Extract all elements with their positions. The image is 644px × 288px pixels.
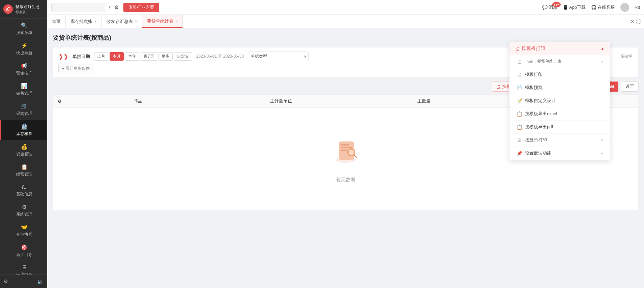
page-content: 要货单统计表(按商品) ❯❯ 单据日期 上月 本月 本年 近7天 更多 自定义 … <box>47 28 644 288</box>
sidebar-label-2: 营销推广 <box>16 70 32 76</box>
col-unit: 主计量单位 <box>209 95 352 107</box>
export-excel-item[interactable]: 📋 按模板导出excel <box>509 107 610 121</box>
printer-icon: 🖨 <box>516 72 522 77</box>
svg-rect-2 <box>341 144 349 146</box>
preview-template-item[interactable]: 📄 模板预览 <box>509 81 610 94</box>
date-label: 单据日期 <box>72 54 90 60</box>
sidebar-item-11[interactable]: 🎯 新手引导 <box>0 241 47 261</box>
sidebar-item-3[interactable]: 📊 销售管理 <box>0 79 47 100</box>
preview-icon: 📄 <box>516 85 522 90</box>
expand-label: 展开更多条件 <box>65 66 90 71</box>
online-service-button[interactable]: 🎧 在线客服 <box>591 4 615 10</box>
date-options: 上月 本月 本年 近7天 更多 自定义 <box>94 52 192 61</box>
tab-expand-icon[interactable]: ⛶ <box>636 19 641 24</box>
filter-expand-icon[interactable]: ❯❯ <box>58 53 68 60</box>
excel-icon: 📋 <box>516 111 522 117</box>
settings-button[interactable]: 设置 <box>621 82 639 92</box>
print-template-label: 模板打印 <box>525 71 543 77</box>
sidebar-label-6: 资金管理 <box>16 151 32 157</box>
print-dropdown-header: 🖨 按模板打印 ▲ <box>509 42 610 55</box>
sidebar-item-10[interactable]: 🤝 企业协同 <box>0 221 47 241</box>
date-more[interactable]: 更多 <box>158 52 173 61</box>
tab-receipt-summary-label: 收发存汇总表 <box>107 19 133 25</box>
date-prev-month[interactable]: 上月 <box>94 52 108 61</box>
sidebar-item-1[interactable]: ⚡ 快捷导航 <box>0 39 47 59</box>
notification-badge: 99+ <box>552 2 561 7</box>
tab-close-all-icon[interactable]: ✕ <box>631 19 635 24</box>
svg-line-7 <box>354 155 357 158</box>
print-dropdown-collapse-icon[interactable]: ▲ <box>600 46 605 51</box>
expand-icon: ▾ <box>62 66 64 71</box>
user-avatar[interactable] <box>620 3 629 12</box>
sidebar: 好 畅康通好生意 标准版 🔍 搜索菜单 ⚡ 快捷导航 📢 营销推广 📊 销售管理… <box>0 0 47 288</box>
sidebar-icon-0: 🔍 <box>21 22 28 29</box>
date-current-month[interactable]: 本月 <box>110 52 124 61</box>
page-title: 要货单统计表(按商品) <box>53 34 639 42</box>
sidebar-icon-12: 🖥 <box>22 264 27 270</box>
tab-inventory-batch-label: 库存批次账 <box>70 19 92 25</box>
sidebar-item-9[interactable]: ⚙ 系统管理 <box>0 200 47 221</box>
sidebar-logo: 好 畅康通好生意 标准版 <box>0 0 47 19</box>
type-filter-select[interactable]: 单据类型 <box>248 52 309 61</box>
custom-design-item[interactable]: 📝 模板自定义设计 <box>509 94 610 107</box>
tab-order-stats[interactable]: 要货单统计表 × <box>142 15 183 28</box>
empty-text: 暂无数据 <box>336 177 355 183</box>
settings-icon[interactable]: ⚙ <box>3 278 8 285</box>
topbar-dropdown-icon[interactable]: ▾ <box>109 5 111 10</box>
sidebar-icon-1: ⚡ <box>21 42 28 49</box>
date-7-days[interactable]: 近7天 <box>141 52 157 61</box>
default-function-label: 设置默认功能 <box>525 150 551 156</box>
sidebar-icon-4: 🛒 <box>21 103 28 109</box>
tab-inventory-batch-close[interactable]: × <box>94 19 97 24</box>
tab-inventory-batch[interactable]: 库存批次账 × <box>66 15 102 28</box>
main-area: ▾ ⚙ 体验行业方案 💬 消息 99+ 📱 App下载 🎧 在线客服 Rit 首… <box>47 0 644 288</box>
sidebar-item-7[interactable]: 📋 经营管理 <box>0 160 47 181</box>
sidebar-item-6[interactable]: 💰 资金管理 <box>0 140 47 160</box>
pdf-icon: 📋 <box>516 124 522 130</box>
design-icon: 📝 <box>516 98 522 103</box>
topbar-gear-icon[interactable]: ⚙ <box>114 4 119 10</box>
volume-icon[interactable]: 🔈 <box>37 278 44 285</box>
sidebar-label-3: 销售管理 <box>16 91 32 96</box>
messages-button[interactable]: 💬 消息 99+ <box>542 4 557 10</box>
tab-home[interactable]: 首页 <box>47 15 66 28</box>
sidebar-item-5[interactable]: 🏦 库存核算 <box>0 120 47 140</box>
default-function-item[interactable]: 📌 设置默认功能 ▾ <box>509 147 610 160</box>
date-custom[interactable]: 自定义 <box>174 52 192 61</box>
tab-order-stats-close[interactable]: × <box>175 19 178 24</box>
sidebar-icon-6: 💰 <box>21 143 28 150</box>
app-badge: 标准版 <box>16 10 40 14</box>
online-service-label: 在线客服 <box>597 4 615 10</box>
tab-home-label: 首页 <box>52 19 61 25</box>
tab-receipt-summary[interactable]: 收发存汇总表 × <box>102 15 142 28</box>
custom-design-label: 模板自定义设计 <box>525 98 556 104</box>
sidebar-item-8[interactable]: 🗂 基础信息 <box>0 181 47 200</box>
sidebar-item-4[interactable]: 🛒 采购管理 <box>0 100 47 120</box>
app-name-text: 畅康通好生意 <box>16 4 40 10</box>
sidebar-item-12[interactable]: 🖥 应用中心 <box>0 261 47 275</box>
export-pdf-item[interactable]: 📋 按模板导出pdf <box>509 121 610 134</box>
app-name: 畅康通好生意 标准版 <box>16 4 40 14</box>
export-pdf-label: 按模板导出pdf <box>525 124 553 130</box>
sidebar-label-1: 快捷导航 <box>16 50 32 56</box>
topbar-right: 💬 消息 99+ 📱 App下载 🎧 在线客服 Rit <box>542 3 640 12</box>
tab-receipt-summary-close[interactable]: × <box>135 19 137 24</box>
expand-more-btn[interactable]: ▾ 展开更多条件 <box>58 64 93 73</box>
date-range-display: 2023-06-01 至 2023-06-30 <box>196 54 244 59</box>
type-filter-wrap: 单据类型 ▾ <box>248 52 309 61</box>
trial-button[interactable]: 体验行业方案 <box>123 3 159 12</box>
print-template-item[interactable]: 🖨 模板打印 <box>509 68 610 81</box>
current-template-icon: 🖨 <box>516 59 522 64</box>
sidebar-item-2[interactable]: 📢 营销推广 <box>0 59 47 79</box>
date-current-year[interactable]: 本年 <box>125 52 139 61</box>
sidebar-label-9: 系统管理 <box>16 212 32 217</box>
current-template-item[interactable]: 🖨 当前：要货单统计表 ▾ <box>509 55 610 68</box>
print-icon: 🖨 <box>496 84 501 89</box>
tab-expand-controls: ✕ ⛶ <box>627 19 644 24</box>
tab-order-stats-label: 要货单统计表 <box>147 18 173 24</box>
app-download-button[interactable]: 📱 App下载 <box>563 4 586 10</box>
sidebar-item-0[interactable]: 🔍 搜索菜单 <box>0 19 47 39</box>
sidebar-bottom: ⚙ 🔈 <box>0 275 47 288</box>
display-print-item[interactable]: 🖥 按显示打印 ▾ <box>509 134 610 147</box>
display-print-label: 按显示打印 <box>525 137 547 143</box>
